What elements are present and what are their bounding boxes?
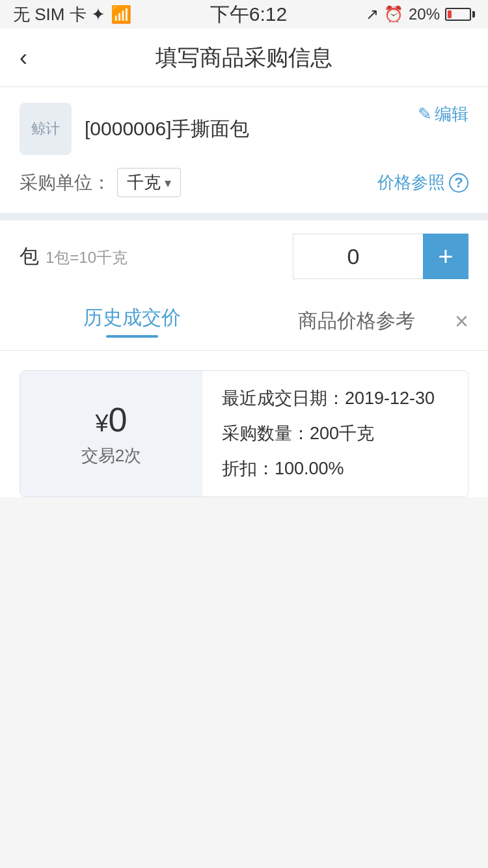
currency-symbol: ¥	[96, 410, 109, 437]
main-content-bg	[0, 517, 488, 868]
back-button[interactable]: ‹	[20, 44, 27, 72]
product-unit-row: 采购单位： 千克 ▾ 价格参照 ?	[20, 168, 468, 197]
price-detail-date: 最近成交日期：2019-12-30	[222, 387, 448, 411]
price-ref-label: 价格参照	[377, 171, 445, 194]
status-right: ↗ ⏰ 20%	[366, 5, 475, 23]
alarm-icon: ⏰	[384, 5, 403, 23]
page-title: 填写商品采购信息	[156, 43, 332, 73]
unit-label: 采购单位：	[20, 170, 111, 195]
status-left: 无 SIM 卡 ✦ 📶	[13, 3, 131, 26]
unit-select-dropdown[interactable]: 千克 ▾	[117, 168, 181, 197]
chevron-down-icon: ▾	[165, 175, 171, 191]
price-card-left: ¥0 交易2次	[20, 371, 202, 496]
quantity-plus-button[interactable]: +	[423, 234, 468, 279]
price-detail-qty: 采购数量：200千克	[222, 422, 448, 446]
tab-product-price-ref-label: 商品价格参考	[298, 308, 415, 334]
tab-history-price[interactable]: 历史成交价	[20, 292, 244, 351]
price-detail-discount: 折扣：100.00%	[222, 457, 448, 481]
edit-label: 编辑	[435, 103, 468, 126]
transaction-count: 交易2次	[81, 444, 141, 467]
quantity-row: 包 1包=10千克 +	[0, 221, 488, 292]
quantity-input-group: +	[293, 234, 468, 279]
quantity-conversion: 1包=10千克	[46, 247, 128, 268]
product-left: 鲸计 [0000006]手撕面包	[20, 103, 249, 155]
tab-product-price-ref[interactable]: 商品价格参考	[244, 292, 468, 351]
battery-icon	[445, 8, 475, 21]
bottom-panel: 历史成交价 商品价格参考 × ¥0 交易2次 最近成交日期：2019-12-30…	[0, 292, 488, 497]
tabs-bar: 历史成交价 商品价格参考 ×	[0, 292, 488, 351]
price-value: 0	[109, 401, 128, 439]
nav-bar: ‹ 填写商品采购信息	[0, 29, 488, 87]
price-card: ¥0 交易2次 最近成交日期：2019-12-30 采购数量：200千克 折扣：…	[20, 370, 468, 497]
price-reference-button[interactable]: 价格参照 ?	[377, 171, 468, 194]
edit-button[interactable]: ✎ 编辑	[418, 103, 468, 126]
wifi-icon: 📶	[111, 5, 131, 25]
edit-icon: ✎	[418, 104, 432, 124]
quantity-input[interactable]	[293, 234, 423, 279]
product-card: 鲸计 [0000006]手撕面包 ✎ 编辑 采购单位： 千克 ▾ 价格参照 ?	[0, 87, 488, 213]
tab-history-price-label: 历史成交价	[83, 305, 181, 331]
status-time: 下午6:12	[210, 1, 287, 28]
quantity-unit: 包	[20, 243, 39, 270]
battery-pct: 20%	[409, 5, 440, 23]
unit-selector: 采购单位： 千克 ▾	[20, 168, 181, 197]
product-thumbnail: 鲸计	[20, 103, 72, 155]
sim-status: 无 SIM 卡 ✦	[13, 3, 105, 26]
product-icon-text: 鲸计	[31, 119, 60, 139]
quantity-label-group: 包 1包=10千克	[20, 243, 128, 270]
tab-active-indicator	[106, 335, 158, 338]
price-amount: ¥0	[96, 400, 128, 439]
help-icon: ?	[449, 173, 468, 193]
price-card-right: 最近成交日期：2019-12-30 采购数量：200千克 折扣：100.00%	[202, 371, 468, 496]
section-divider	[0, 213, 488, 221]
close-panel-button[interactable]: ×	[455, 308, 468, 335]
location-icon: ↗	[366, 5, 379, 23]
unit-value: 千克	[127, 171, 161, 194]
product-top: 鲸计 [0000006]手撕面包 ✎ 编辑	[20, 103, 468, 155]
status-bar: 无 SIM 卡 ✦ 📶 下午6:12 ↗ ⏰ 20%	[0, 0, 488, 29]
product-name: [0000006]手撕面包	[85, 116, 249, 142]
